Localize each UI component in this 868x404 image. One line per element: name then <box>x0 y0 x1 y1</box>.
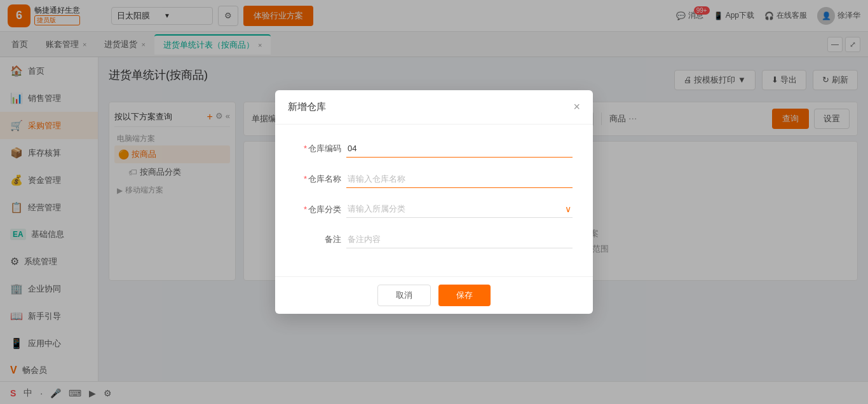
warehouse-code-label: 仓库编码 <box>295 143 346 154</box>
warehouse-remark-input[interactable] <box>346 231 573 248</box>
warehouse-remark-label: 备注 <box>295 234 346 245</box>
chevron-down-icon: ∨ <box>565 204 571 214</box>
modal-close-button[interactable]: × <box>573 100 580 114</box>
cancel-button[interactable]: 取消 <box>377 285 431 306</box>
warehouse-name-label: 仓库名称 <box>295 173 346 185</box>
form-row-code: 仓库编码 <box>295 140 573 158</box>
modal-title: 新增仓库 <box>288 101 326 113</box>
form-row-category: 仓库分类 请输入所属分类 ∨ <box>295 201 573 218</box>
warehouse-name-input[interactable] <box>346 170 573 188</box>
modal-header: 新增仓库 × <box>275 90 593 125</box>
modal-body: 仓库编码 仓库名称 仓库分类 请输入所属分类 ∨ 备注 <box>275 125 593 276</box>
save-button[interactable]: 保存 <box>438 285 491 306</box>
warehouse-category-label: 仓库分类 <box>295 204 346 215</box>
warehouse-category-select[interactable]: 请输入所属分类 ∨ <box>346 201 573 218</box>
modal-footer: 取消 保存 <box>275 276 593 314</box>
modal-overlay: 新增仓库 × 仓库编码 仓库名称 仓库分类 请输入所属分类 ∨ 备注 <box>0 0 868 404</box>
add-warehouse-modal: 新增仓库 × 仓库编码 仓库名称 仓库分类 请输入所属分类 ∨ 备注 <box>275 90 593 314</box>
category-placeholder: 请输入所属分类 <box>348 203 565 215</box>
form-row-remark: 备注 <box>295 231 573 248</box>
form-row-name: 仓库名称 <box>295 170 573 188</box>
warehouse-code-input[interactable] <box>346 140 573 158</box>
